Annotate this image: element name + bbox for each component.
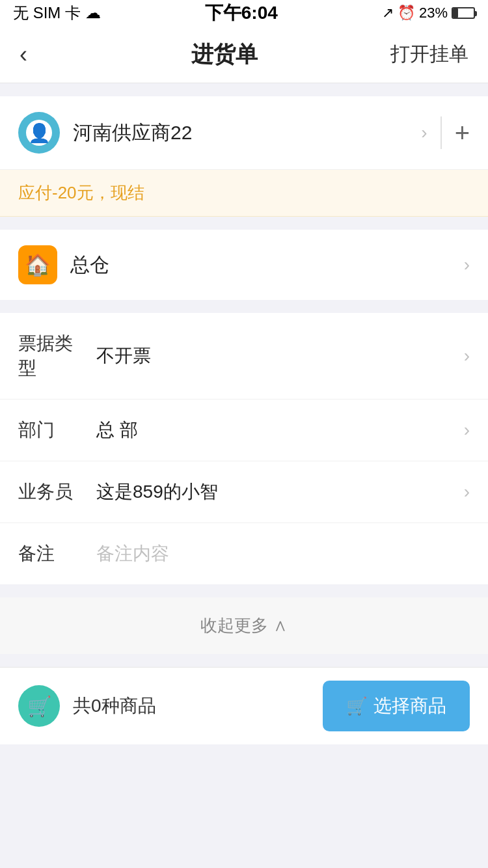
remark-input[interactable]: 备注内容 xyxy=(90,541,470,566)
collapse-row[interactable]: 收起更多 ∧ xyxy=(0,597,488,654)
section-gap-1 xyxy=(0,83,488,96)
status-time: 下午6:04 xyxy=(205,1,278,25)
select-product-icon: 🛒 xyxy=(346,696,367,716)
status-bar: 无 SIM 卡 ☁ 下午6:04 ↗ ⏰ 23% xyxy=(0,0,488,26)
supplier-avatar: 👤 xyxy=(18,112,60,154)
battery-text: 23% xyxy=(419,5,448,21)
supplier-name: 河南供应商22 xyxy=(73,120,421,146)
product-icon: 🛒 xyxy=(18,685,60,727)
alarm-icon: ⏰ xyxy=(398,5,415,21)
supplier-row[interactable]: 👤 河南供应商22 › + xyxy=(0,96,488,170)
supplier-chevron-icon: › xyxy=(421,122,427,143)
salesperson-row[interactable]: 业务员 这是859的小智 › xyxy=(0,461,488,523)
page-title: 进货单 xyxy=(191,40,258,70)
status-right: ↗ ⏰ 23% xyxy=(382,5,475,21)
department-label: 部门 xyxy=(18,418,90,442)
battery-icon xyxy=(452,7,475,19)
supplier-divider xyxy=(441,116,442,149)
add-supplier-button[interactable]: + xyxy=(455,118,470,148)
nav-bar: ‹ 进货单 打开挂单 xyxy=(0,26,488,83)
warehouse-chevron-icon: › xyxy=(464,254,470,275)
back-button[interactable]: ‹ xyxy=(20,41,59,68)
ticket-type-row[interactable]: 票据类型 不开票 › xyxy=(0,313,488,400)
form-section: 票据类型 不开票 › 部门 总 部 › 业务员 这是859的小智 › 备注 备注… xyxy=(0,313,488,584)
person-icon: 👤 xyxy=(28,122,51,144)
bottom-bar: 🛒 共0种商品 🛒 选择商品 xyxy=(0,667,488,744)
house-icon: 🏠 xyxy=(25,252,51,277)
notice-row: 应付-20元，现结 xyxy=(0,170,488,217)
salesperson-chevron-icon: › xyxy=(464,481,470,502)
product-count: 共0种商品 xyxy=(73,694,310,718)
page-background xyxy=(0,744,488,868)
ticket-type-chevron-icon: › xyxy=(464,346,470,366)
ticket-type-value: 不开票 xyxy=(90,344,464,368)
warehouse-section: 🏠 总仓 › xyxy=(0,230,488,300)
collapse-label: 收起更多 ∧ xyxy=(200,614,287,637)
remark-label: 备注 xyxy=(18,541,90,566)
salesperson-label: 业务员 xyxy=(18,480,90,504)
supplier-section: 👤 河南供应商22 › + 应付-20元，现结 xyxy=(0,96,488,217)
department-chevron-icon: › xyxy=(464,420,470,441)
ticket-type-label: 票据类型 xyxy=(18,331,90,381)
location-icon: ↗ xyxy=(382,5,394,21)
avatar-inner: 👤 xyxy=(26,120,52,146)
open-pending-button[interactable]: 打开挂单 xyxy=(390,41,468,68)
select-product-button[interactable]: 🛒 选择商品 xyxy=(323,681,470,731)
cart-icon: 🛒 xyxy=(27,695,51,718)
salesperson-value: 这是859的小智 xyxy=(90,480,464,504)
status-left: 无 SIM 卡 ☁ xyxy=(13,3,101,23)
warehouse-icon: 🏠 xyxy=(18,245,57,284)
warehouse-row[interactable]: 🏠 总仓 › xyxy=(0,230,488,300)
sim-status: 无 SIM 卡 ☁ xyxy=(13,3,101,23)
remark-row[interactable]: 备注 备注内容 xyxy=(0,523,488,584)
department-row[interactable]: 部门 总 部 › xyxy=(0,400,488,461)
select-product-label: 选择商品 xyxy=(373,694,446,718)
warehouse-name: 总仓 xyxy=(70,252,464,278)
department-value: 总 部 xyxy=(90,418,464,442)
